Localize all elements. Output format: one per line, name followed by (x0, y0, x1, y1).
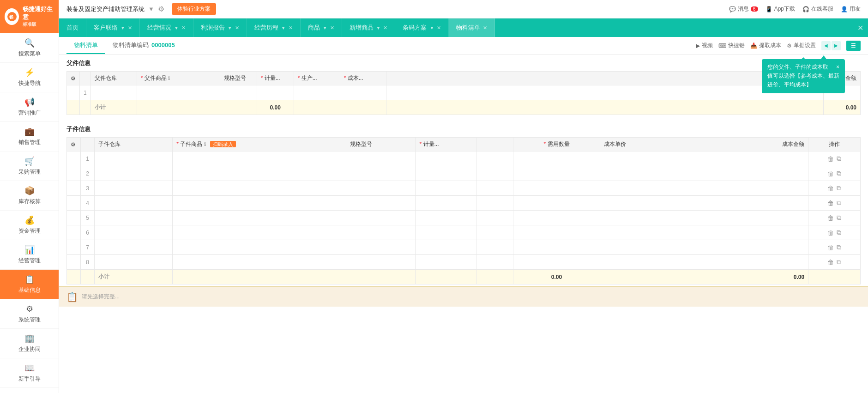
child-row1-unit[interactable] (416, 151, 476, 166)
message-button[interactable]: 💬 消息 6 (729, 5, 758, 13)
child-row4-unit[interactable] (416, 196, 476, 211)
child-row5-unit[interactable] (416, 211, 476, 225)
tab-new-goods-close[interactable]: ✕ (383, 25, 387, 31)
delete-row3-button[interactable]: 🗑 (827, 185, 834, 192)
copy-row8-button[interactable]: ⧉ (837, 258, 841, 266)
child-row3-warehouse[interactable] (95, 181, 173, 196)
child-row5-product[interactable] (173, 211, 346, 225)
child-row4-qty[interactable] (513, 196, 600, 211)
child-row2-unit[interactable] (416, 166, 476, 181)
tab-profit[interactable]: 利润报告 ▼ ✕ (193, 18, 247, 37)
child-row6-warehouse[interactable] (95, 225, 173, 240)
child-col-setting[interactable]: ⚙ (67, 138, 81, 151)
sidebar-item-system[interactable]: ⚙ 系统管理 (0, 299, 59, 329)
nav-prev-button[interactable]: ◀ (821, 41, 831, 50)
tab-barcode[interactable]: 条码方案 ▼ ✕ (395, 18, 449, 37)
sidebar-item-purchase[interactable]: 🛒 采购管理 (0, 151, 59, 181)
parent-row-unit[interactable] (257, 85, 294, 100)
sidebar-item-enterprise[interactable]: 🏢 企业协同 (0, 329, 59, 358)
sidebar-item-sales[interactable]: 💼 销售管理 (0, 122, 59, 151)
tab-profit-close[interactable]: ✕ (235, 25, 239, 31)
sidebar-item-business-mgmt[interactable]: 📊 经营管理 (0, 240, 59, 270)
tab-barcode-close[interactable]: ✕ (437, 25, 441, 31)
tab-goods-close[interactable]: ✕ (330, 25, 334, 31)
child-row2-product[interactable] (173, 166, 346, 181)
sidebar-item-search[interactable]: 🔍 搜索菜单 (0, 33, 59, 63)
delete-row4-button[interactable]: 🗑 (827, 200, 834, 207)
settings-icon[interactable]: ⚙ (158, 5, 164, 13)
tab-bom-close[interactable]: ✕ (483, 25, 487, 31)
tab-customer-close[interactable]: ✕ (128, 25, 132, 31)
delete-row2-button[interactable]: 🗑 (827, 170, 834, 177)
child-row5-warehouse[interactable] (95, 211, 173, 225)
delete-row1-button[interactable]: 🗑 (827, 155, 834, 163)
child-row3-unit[interactable] (416, 181, 476, 196)
layout-button[interactable]: ☰ (846, 41, 861, 51)
child-row7-warehouse[interactable] (95, 240, 173, 255)
child-row3-product[interactable] (173, 181, 346, 196)
sub-tab-list[interactable]: 物料清单 (66, 37, 105, 54)
service-button[interactable]: 🎧 在线客服 (802, 5, 833, 13)
child-row1-warehouse[interactable] (95, 151, 173, 166)
child-row6-qty[interactable] (513, 225, 600, 240)
trial-button[interactable]: 体验行业方案 (172, 3, 216, 15)
child-row7-product[interactable] (173, 240, 346, 255)
tab-history[interactable]: 经营历程 ▼ ✕ (247, 18, 301, 37)
child-row7-unit[interactable] (416, 240, 476, 255)
child-row1-qty[interactable] (513, 151, 600, 166)
sidebar-item-basic-info[interactable]: 📋 基础信息 (0, 270, 59, 299)
extract-cost-button[interactable]: 📥 提取成本 (750, 42, 781, 49)
copy-row2-button[interactable]: ⧉ (837, 169, 841, 177)
copy-row7-button[interactable]: ⧉ (837, 243, 841, 251)
parent-row-cost[interactable] (340, 85, 386, 100)
child-row8-warehouse[interactable] (95, 255, 173, 270)
child-row2-qty[interactable] (513, 166, 600, 181)
close-all-tabs-button[interactable]: ✕ (853, 24, 868, 32)
child-row4-product[interactable] (173, 196, 346, 211)
sidebar-item-finance[interactable]: 💰 资金管理 (0, 211, 59, 240)
child-row7-qty[interactable] (513, 240, 600, 255)
delete-row8-button[interactable]: 🗑 (827, 259, 834, 266)
child-row8-product[interactable] (173, 255, 346, 270)
copy-row6-button[interactable]: ⧉ (837, 229, 841, 236)
parent-row-production[interactable] (294, 85, 340, 100)
delete-row6-button[interactable]: 🗑 (827, 229, 834, 236)
copy-row1-button[interactable]: ⧉ (837, 155, 841, 163)
child-row6-product[interactable] (173, 225, 346, 240)
delete-row7-button[interactable]: 🗑 (827, 244, 834, 251)
shortcut-button[interactable]: ⌨ 快捷键 (718, 42, 745, 49)
tab-new-goods[interactable]: 新增商品 ▼ ✕ (342, 18, 396, 37)
tab-home[interactable]: 首页 (59, 18, 86, 37)
sidebar-item-inventory[interactable]: 📦 库存核算 (0, 181, 59, 211)
child-row5-qty[interactable] (513, 211, 600, 225)
child-row6-unit[interactable] (416, 225, 476, 240)
parent-row-warehouse[interactable] (90, 85, 137, 100)
parent-row-product[interactable] (137, 85, 220, 100)
tab-operations-close[interactable]: ✕ (181, 25, 186, 31)
copy-row3-button[interactable]: ⧉ (837, 184, 841, 192)
child-row8-unit[interactable] (416, 255, 476, 270)
sidebar-item-quick-nav[interactable]: ⚡ 快捷导航 (0, 63, 59, 92)
app-download-button[interactable]: 📱 App下载 (766, 5, 795, 13)
parent-col-setting[interactable]: ⚙ (67, 72, 80, 85)
tab-operations[interactable]: 经营情况 ▼ ✕ (140, 18, 193, 37)
sidebar-item-guide[interactable]: 📖 新手引导 (0, 358, 59, 388)
copy-row5-button[interactable]: ⧉ (837, 214, 841, 222)
child-row1-product[interactable] (173, 151, 346, 166)
scan-badge[interactable]: 扫码录入 (210, 141, 236, 147)
single-settings-button[interactable]: ⚙ 单据设置 (787, 42, 816, 49)
view-video-button[interactable]: ▶ 视频 (696, 42, 713, 49)
delete-row5-button[interactable]: 🗑 (827, 214, 834, 222)
tooltip-close-button[interactable]: × (836, 63, 839, 72)
copy-row4-button[interactable]: ⧉ (837, 199, 841, 207)
tab-goods[interactable]: 商品 ▼ ✕ (301, 18, 342, 37)
nav-next-button[interactable]: ▶ (832, 41, 841, 50)
tab-bom[interactable]: 物料清单 ✕ (449, 18, 495, 37)
user-button[interactable]: 👤 用友 (841, 5, 861, 13)
tab-history-close[interactable]: ✕ (289, 25, 293, 31)
tab-customer[interactable]: 客户联络 ▼ ✕ (86, 18, 140, 37)
child-row3-qty[interactable] (513, 181, 600, 196)
child-row4-warehouse[interactable] (95, 196, 173, 211)
child-row8-qty[interactable] (513, 255, 600, 270)
child-row2-warehouse[interactable] (95, 166, 173, 181)
